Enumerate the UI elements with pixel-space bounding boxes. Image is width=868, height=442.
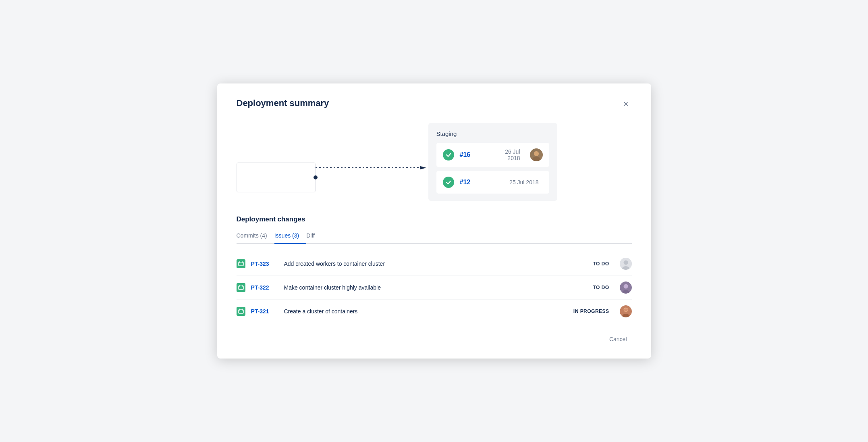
pipeline-arrow [316, 166, 428, 170]
issue-title-pt322: Make container cluster highly available [284, 284, 588, 291]
svg-point-3 [532, 156, 540, 161]
svg-point-9 [623, 261, 628, 265]
check-icon-16 [443, 149, 454, 161]
modal-footer: Cancel [237, 333, 632, 346]
issue-title-pt321: Create a cluster of containers [284, 308, 568, 315]
issue-avatar-pt322 [620, 281, 632, 294]
deploy-card-16: #16 26 Jul 2018 [436, 143, 549, 167]
issues-tabs: Commits (4) Issues (3) Diff [237, 229, 632, 244]
pipeline-dot [314, 175, 318, 179]
modal-header: Deployment summary × [237, 98, 632, 110]
issue-icon-pt321 [237, 307, 245, 316]
deployment-changes-section: Deployment changes Commits (4) Issues (3… [237, 215, 632, 323]
issue-icon-pt323 [237, 259, 245, 268]
issue-status-pt323: TO DO [593, 261, 609, 267]
issue-row-pt323: PT-323 Add created workers to container … [237, 252, 632, 276]
pipeline-source-box [237, 163, 316, 192]
deployment-summary-modal: Deployment summary × Staging [217, 83, 651, 359]
issue-avatar-pt323 [620, 258, 632, 270]
modal-title: Deployment summary [237, 98, 329, 108]
svg-marker-1 [420, 166, 426, 169]
issue-id-pt321[interactable]: PT-321 [251, 308, 278, 315]
svg-rect-11 [239, 286, 243, 290]
issue-icon-pt322 [237, 283, 245, 292]
check-icon-12 [443, 177, 454, 188]
tab-commits[interactable]: Commits (4) [237, 229, 274, 244]
deploy-avatar-16 [530, 148, 543, 161]
issues-list: PT-323 Add created workers to container … [237, 252, 632, 323]
cancel-button[interactable]: Cancel [604, 333, 632, 346]
issue-id-pt322[interactable]: PT-322 [251, 284, 278, 291]
section-title: Deployment changes [237, 215, 632, 223]
issue-title-pt323: Add created workers to container cluster [284, 261, 588, 267]
close-button[interactable]: × [620, 98, 632, 110]
issue-row-pt322: PT-322 Make container cluster highly ava… [237, 276, 632, 300]
issue-avatar-pt321 [620, 305, 632, 317]
deploy-date-16: 26 Jul 2018 [493, 148, 524, 161]
issue-status-pt322: TO DO [593, 285, 609, 290]
tab-diff[interactable]: Diff [306, 229, 322, 244]
staging-title: Staging [436, 130, 549, 137]
deploy-date-12: 25 Jul 2018 [502, 179, 543, 186]
svg-rect-17 [239, 310, 243, 313]
issue-status-pt321: IN PROGRESS [573, 309, 609, 314]
svg-point-15 [623, 284, 628, 289]
staging-panel: Staging #16 26 Jul 2018 [428, 123, 557, 201]
svg-point-4 [534, 151, 539, 156]
pipeline-area: Staging #16 26 Jul 2018 [237, 123, 632, 201]
svg-rect-5 [239, 262, 243, 266]
deploy-id-12[interactable]: #12 [460, 179, 496, 186]
issue-id-pt323[interactable]: PT-323 [251, 261, 278, 267]
deploy-card-12: #12 25 Jul 2018 [436, 171, 549, 194]
issue-row-pt321: PT-321 Create a cluster of containers IN… [237, 300, 632, 323]
deploy-id-16[interactable]: #16 [460, 151, 487, 158]
tab-issues[interactable]: Issues (3) [274, 229, 306, 244]
